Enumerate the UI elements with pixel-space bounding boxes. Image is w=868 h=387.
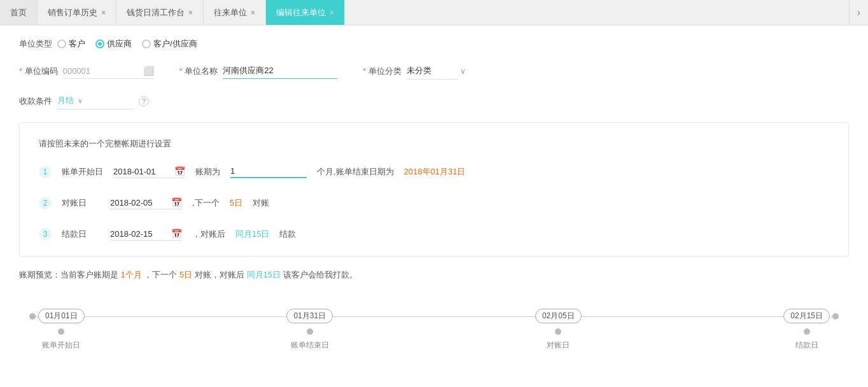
period-date-input-1[interactable] bbox=[113, 167, 171, 176]
period-num-2: 2 bbox=[39, 197, 52, 209]
unit-code-input[interactable] bbox=[63, 66, 139, 76]
unit-category-value: 未分类 bbox=[407, 62, 458, 80]
tab-cash-ledger-label: 钱货日清工作台 bbox=[127, 7, 185, 18]
timeline-dot-3 bbox=[555, 328, 561, 335]
tab-sales-order-history[interactable]: 销售订单历史 × bbox=[38, 0, 116, 25]
main-content: 单位类型 客户 供应商 客户/供应商 单位编码 bbox=[0, 25, 868, 387]
unit-category-group: 单位分类 未分类 ∨ bbox=[363, 62, 466, 80]
preview-text-1: ，下一个 bbox=[144, 270, 177, 279]
tab-partner-units-label: 往来单位 bbox=[214, 7, 247, 18]
tab-edit-partner-unit[interactable]: 编辑往来单位 × bbox=[266, 0, 345, 25]
timeline-dot-1 bbox=[58, 328, 64, 335]
period-settings-card: 请按照未来的一个完整帐期进行设置 1 账单开始日 📅 账期为 个月,账单结束日期… bbox=[19, 122, 849, 257]
preview-text-3: 该客户会给我打款。 bbox=[283, 270, 358, 279]
timeline-badge-1: 01月01日 bbox=[38, 309, 85, 323]
period-suffix-1b: 个月,账单结束日期为 bbox=[317, 166, 394, 178]
period-date-1: 📅 bbox=[113, 165, 185, 178]
period-calendar-icon-2[interactable]: 📅 bbox=[171, 197, 182, 208]
timeline-node-2: 01月31日 账单结束日 bbox=[286, 309, 333, 351]
period-num-3: 3 bbox=[39, 228, 52, 241]
timeline-dot-2 bbox=[307, 328, 313, 335]
unit-name-input[interactable] bbox=[223, 64, 337, 79]
payment-terms-row: 收款条件 月结 ∨ ? bbox=[19, 92, 849, 109]
timeline-label-3: 对账日 bbox=[547, 340, 570, 351]
period-suffix-2a: ,下一个 bbox=[192, 197, 220, 209]
timeline-node-3: 02月05日 对账日 bbox=[535, 309, 582, 351]
period-field-2: 对账日 bbox=[62, 197, 100, 209]
payment-terms-value: 月结 bbox=[57, 95, 74, 106]
preview-payment-day: 同月15日 bbox=[247, 270, 281, 279]
period-calendar-icon-1[interactable]: 📅 bbox=[174, 166, 185, 176]
tab-partner-units-close[interactable]: × bbox=[251, 8, 255, 17]
payment-terms-group: 收款条件 月结 ∨ ? bbox=[19, 92, 149, 109]
unit-category-label: 单位分类 bbox=[363, 66, 402, 77]
radio-supplier[interactable]: 供应商 bbox=[95, 38, 132, 50]
period-suffix-2b: 对账 bbox=[253, 197, 269, 209]
period-date-3: 📅 bbox=[110, 227, 182, 241]
unit-type-label: 单位类型 bbox=[19, 38, 52, 50]
period-reconcile-highlight: 5日 bbox=[230, 197, 242, 209]
radio-customer-circle bbox=[57, 39, 66, 48]
unit-type-row: 单位类型 客户 供应商 客户/供应商 bbox=[19, 38, 849, 50]
period-date-2: 📅 bbox=[110, 196, 182, 209]
radio-supplier-label: 供应商 bbox=[107, 38, 132, 50]
period-num-1: 1 bbox=[39, 165, 52, 178]
timeline-section: 01月01日 账单开始日 01月31日 账单结束日 02月05日 对账日 bbox=[19, 296, 849, 357]
period-months-input[interactable] bbox=[230, 165, 307, 178]
period-date-input-2[interactable] bbox=[110, 198, 167, 208]
timeline-badge-3: 02月05日 bbox=[535, 309, 582, 323]
timeline-badge-2: 01月31日 bbox=[286, 309, 333, 323]
timeline-badge-4: 02月15日 bbox=[783, 309, 830, 323]
unit-name-label: 单位名称 bbox=[179, 66, 218, 77]
unit-type-group: 单位类型 客户 供应商 客户/供应商 bbox=[19, 38, 197, 50]
tab-more-button[interactable]: › bbox=[849, 0, 868, 25]
unit-code-copy-icon[interactable]: ⬜ bbox=[143, 66, 154, 76]
timeline-node-4: 02月15日 结款日 bbox=[783, 309, 830, 351]
period-row-1: 1 账单开始日 📅 账期为 个月,账单结束日期为 2018年01月31日 bbox=[39, 165, 829, 178]
unit-type-radio-group: 客户 供应商 客户/供应商 bbox=[57, 38, 197, 50]
period-date-input-3[interactable] bbox=[110, 229, 167, 239]
radio-both-circle bbox=[142, 39, 151, 48]
timeline-label-4: 结款日 bbox=[795, 340, 818, 351]
period-payment-highlight: 同月15日 bbox=[235, 229, 269, 240]
period-calendar-icon-3[interactable]: 📅 bbox=[171, 229, 182, 239]
period-field-1: 账单开始日 bbox=[62, 166, 103, 178]
timeline-dot-4 bbox=[804, 328, 810, 335]
period-suffix-1a: 账期为 bbox=[195, 166, 220, 178]
payment-terms-help[interactable]: ? bbox=[139, 96, 149, 106]
period-field-3: 结款日 bbox=[62, 229, 100, 240]
preview-text-2: 对账，对账后 bbox=[195, 270, 244, 279]
unit-category-select[interactable]: 未分类 ∨ bbox=[407, 62, 466, 80]
preview-reconcile-day: 5日 bbox=[179, 270, 192, 279]
payment-terms-select[interactable]: 月结 ∨ bbox=[57, 92, 134, 109]
radio-supplier-circle bbox=[95, 39, 104, 48]
unit-category-chevron: ∨ bbox=[460, 67, 466, 76]
period-suffix-3a: ，对账后 bbox=[192, 229, 225, 240]
tab-bar: 首页 销售订单历史 × 钱货日清工作台 × 往来单位 × 编辑往来单位 × › bbox=[0, 0, 868, 25]
tab-home-label: 首页 bbox=[10, 7, 27, 18]
unit-name-group: 单位名称 bbox=[179, 64, 338, 79]
radio-both[interactable]: 客户/供应商 bbox=[142, 38, 197, 50]
preview-section: 账期预览：当前客户账期是 1个月 ，下一个 5日 对账，对账后 同月15日 该客… bbox=[19, 269, 849, 281]
unit-info-row: 单位编码 ⬜ 单位名称 单位分类 未分类 ∨ bbox=[19, 62, 849, 80]
period-card-title: 请按照未来的一个完整帐期进行设置 bbox=[39, 138, 829, 150]
unit-code-label: 单位编码 bbox=[19, 66, 58, 77]
tab-cash-ledger-close[interactable]: × bbox=[188, 8, 193, 17]
timeline-node-1: 01月01日 账单开始日 bbox=[38, 309, 85, 351]
period-suffix-3b: 结款 bbox=[279, 229, 296, 240]
tab-home[interactable]: 首页 bbox=[0, 0, 38, 25]
radio-customer-label: 客户 bbox=[69, 38, 85, 50]
radio-customer[interactable]: 客户 bbox=[57, 38, 85, 50]
unit-code-input-wrapper: ⬜ bbox=[63, 63, 154, 79]
tab-edit-partner-unit-close[interactable]: × bbox=[330, 8, 334, 17]
payment-terms-label: 收款条件 bbox=[19, 95, 52, 107]
tab-sales-order-history-close[interactable]: × bbox=[101, 8, 106, 17]
preview-months: 1个月 bbox=[121, 270, 142, 279]
period-row-3: 3 结款日 📅 ，对账后 同月15日 结款 bbox=[39, 227, 829, 241]
preview-label: 账期预览：当前客户账期是 bbox=[19, 270, 118, 279]
period-row-2: 2 对账日 📅 ,下一个 5日 对账 bbox=[39, 196, 829, 209]
tab-partner-units[interactable]: 往来单位 × bbox=[204, 0, 266, 25]
tab-cash-ledger[interactable]: 钱货日清工作台 × bbox=[116, 0, 204, 25]
timeline-label-1: 账单开始日 bbox=[42, 340, 80, 351]
period-end-date-highlight: 2018年01月31日 bbox=[404, 166, 466, 178]
